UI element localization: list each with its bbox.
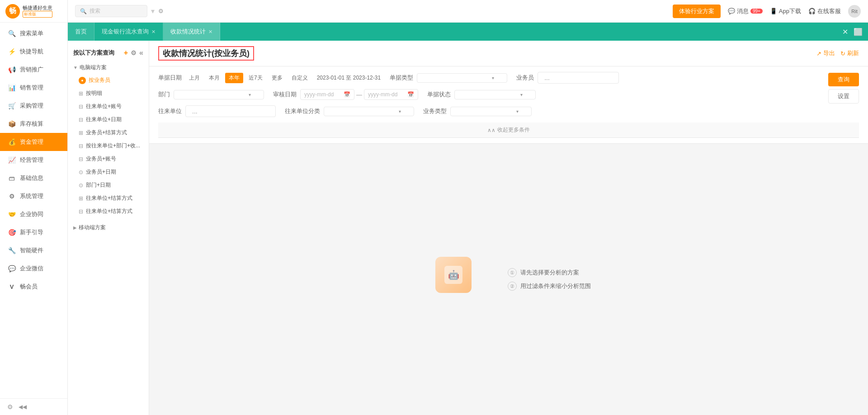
tree-item-salesperson-settlement[interactable]: ⊞ 业务员+结算方式 (68, 126, 149, 139)
sidebar-item-basic[interactable]: 🗃 基础信息 (0, 169, 67, 187)
tab-home[interactable]: 首页 (68, 23, 94, 41)
tab-collection-close[interactable]: ✕ (208, 29, 212, 35)
tab-bank-flow[interactable]: 现金银行流水查询 ✕ (94, 23, 163, 41)
panel-header: 按以下方案查询 + ⚙ « (68, 46, 149, 60)
hardware-icon: 🔧 (7, 246, 16, 255)
wechat-icon: 💬 (7, 264, 16, 273)
counterpart-category-select[interactable]: ▾ (324, 107, 414, 116)
panel-settings-icon[interactable]: ⚙ (131, 49, 137, 57)
doctype-label: 单据类型 (390, 74, 413, 82)
tree-item-by-salesperson[interactable]: ● 按业务员 (68, 74, 149, 87)
sidebar-item-label: 系统管理 (20, 192, 43, 200)
tree-item-by-detail[interactable]: ⊞ 按明细 (68, 87, 149, 100)
settings-footer-icon[interactable]: ⚙ (7, 403, 13, 410)
panel-collapse-icon[interactable]: « (139, 49, 143, 57)
sidebar-item-marketing[interactable]: 📢 营销推广 (0, 61, 67, 79)
content-area: 按以下方案查询 + ⚙ « ▼ 电脑端方案 ● 按业务员 ⊞ (68, 41, 868, 415)
empty-area: 🤖 ① 请先选择要分析的方案 ② 用过滤条件来缩小分析范围 (149, 144, 868, 415)
tree-item-salesperson-date[interactable]: ⊙ 业务员+日期 (68, 165, 149, 179)
query-button[interactable]: 查询 (828, 73, 859, 86)
app-download-button[interactable]: 📱 App下载 (770, 7, 801, 15)
messages-button[interactable]: 💬 消息 99+ (728, 7, 763, 15)
sidebar-item-system[interactable]: ⚙ 系统管理 (0, 187, 67, 205)
doctype-select[interactable]: ▾ (417, 73, 507, 83)
sidebar-item-purchase[interactable]: 🛒 采购管理 (0, 97, 67, 115)
sidebar-item-inventory[interactable]: 📦 库存核算 (0, 115, 67, 133)
tree-item-unit-dept-collect[interactable]: ⊟ 按往来单位+部门+收... (68, 139, 149, 152)
tree-item-label: 部门+日期 (86, 181, 111, 189)
salesperson-label: 业务员 (516, 74, 534, 82)
date-tab-this-year[interactable]: 本年 (225, 73, 243, 83)
review-date-to[interactable]: yyyy-mm-dd 📅 (364, 89, 418, 100)
tab-bank-flow-close[interactable]: ✕ (151, 29, 156, 35)
tip-item-2: ② 用过滤条件来缩小分析范围 (508, 282, 591, 291)
finance-icon: 💰 (7, 137, 16, 146)
left-panel: 按以下方案查询 + ⚙ « ▼ 电脑端方案 ● 按业务员 ⊞ (68, 41, 149, 415)
sidebar-item-member[interactable]: V 畅会员 (0, 278, 67, 296)
sidebar-item-label: 基础信息 (20, 174, 43, 182)
header-dropdown-icon[interactable]: ▾ (151, 7, 155, 15)
sidebar-item-search[interactable]: 🔍 搜索菜单 (0, 24, 67, 42)
sidebar-item-hardware[interactable]: 🔧 智能硬件 (0, 241, 67, 259)
date-tab-7days[interactable]: 近7天 (245, 73, 266, 83)
download-icon: 📱 (770, 8, 777, 14)
business-type-select[interactable]: ▾ (450, 107, 532, 116)
trial-button[interactable]: 体验行业方案 (673, 5, 721, 18)
tree-item-unit-date[interactable]: ⊟ 往来单位+日期 (68, 113, 149, 126)
tree-item-unit-settlement2[interactable]: ⊟ 往来单位+结算方式 (68, 205, 149, 218)
tip-text-2: 用过滤条件来缩小分析范围 (520, 282, 591, 290)
tree-group-mobile-header[interactable]: ▶ 移动端方案 (68, 222, 149, 234)
date-tabs: 上月 本月 本年 近7天 更多 自定义 (185, 73, 311, 83)
online-service-button[interactable]: 🎧 在线客服 (808, 7, 841, 15)
tree-item-label: 按往来单位+部门+收... (86, 142, 140, 150)
filter-salesperson-item: 业务员 ... (516, 72, 619, 84)
tab-close-all-icon[interactable]: ✕ (842, 28, 848, 36)
panel-header-icons: + ⚙ « (124, 49, 143, 57)
panel-add-icon[interactable]: + (124, 49, 128, 57)
empty-illustration: 🤖 (426, 248, 481, 311)
sidebar-item-finance[interactable]: 💰 资金管理 (0, 133, 67, 151)
header-left: 🔍 搜索 ▾ ⚙ (75, 5, 164, 17)
tree-item-label: 按业务员 (89, 76, 110, 84)
salesperson-more-icon[interactable]: ... (544, 74, 550, 81)
tree-item-salesperson-account[interactable]: ⊟ 业务员+账号 (68, 152, 149, 165)
refresh-button[interactable]: ↻ 刷新 (840, 49, 859, 57)
sidebar-item-quick-nav[interactable]: ⚡ 快捷导航 (0, 42, 67, 61)
system-icon: ⚙ (7, 192, 16, 201)
review-date-from[interactable]: yyyy-mm-dd 📅 (300, 89, 354, 100)
sidebar-item-label: 库存核算 (20, 120, 43, 128)
tree-item-unit-settlement1[interactable]: ⊞ 往来单位+结算方式 (68, 192, 149, 205)
date-tab-this-month[interactable]: 本月 (205, 73, 223, 83)
collapse-bar[interactable]: ∧∧ 收起更多条件 (158, 123, 859, 138)
header-gear-icon[interactable]: ⚙ (158, 8, 164, 14)
sidebar-item-sales[interactable]: 📊 销售管理 (0, 79, 67, 97)
date-tab-custom[interactable]: 自定义 (288, 73, 311, 83)
sidebar-item-guide[interactable]: 🎯 新手引导 (0, 223, 67, 241)
tree-item-icon: ⊟ (79, 208, 83, 215)
date-tab-last-month[interactable]: 上月 (185, 73, 203, 83)
header-search[interactable]: 🔍 搜索 (75, 5, 147, 17)
tree-item-icon: ⊟ (79, 104, 83, 110)
doc-status-select[interactable]: ▾ (454, 90, 536, 99)
tab-maximize-icon[interactable]: ⬜ (854, 28, 863, 36)
tip-num-1: ① (508, 268, 517, 277)
collapse-sidebar-icon[interactable]: ◀◀ (19, 404, 27, 410)
salesperson-select[interactable]: ... (538, 72, 619, 84)
counterpart-select[interactable]: ... (185, 105, 276, 117)
dept-select[interactable]: ▾ (174, 90, 264, 99)
date-tab-more[interactable]: 更多 (268, 73, 286, 83)
sidebar-item-enterprise[interactable]: 🤝 企业协同 (0, 205, 67, 223)
logo-badge: 标准版 (23, 11, 52, 18)
active-dot-icon: ● (79, 77, 86, 84)
sidebar-item-wechat[interactable]: 💬 企业微信 (0, 259, 67, 278)
setting-button[interactable]: 设置 (828, 89, 859, 104)
tree-item-unit-account[interactable]: ⊟ 往来单位+账号 (68, 100, 149, 113)
counterpart-more-icon[interactable]: ... (192, 108, 198, 115)
tree-item-dept-date[interactable]: ⊙ 部门+日期 (68, 179, 149, 192)
tab-collection[interactable]: 收款情况统计 ✕ (163, 23, 220, 41)
counterpart-category-chevron-icon: ▾ (399, 109, 401, 114)
tree-group-desktop-header[interactable]: ▼ 电脑端方案 (68, 61, 149, 74)
export-button[interactable]: ↗ 导出 (816, 49, 835, 57)
sidebar-item-operation[interactable]: 📈 经营管理 (0, 151, 67, 169)
user-avatar[interactable]: Rit (848, 5, 861, 18)
